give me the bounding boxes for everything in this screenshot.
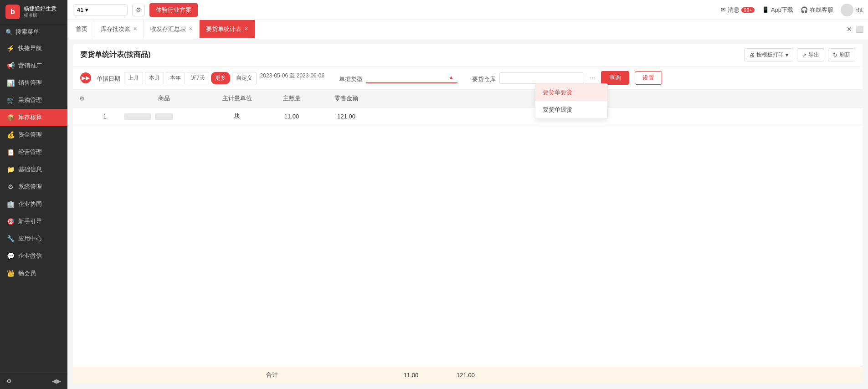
sidebar-settings-icon[interactable]: ⚙ <box>6 378 12 384</box>
date-filter-group: 单据日期 上月 本月 本年 近7天 更多 自定义 2023-05-06 至 20… <box>97 72 324 84</box>
sidebar-item-sales[interactable]: 📊 销售管理 <box>0 74 67 92</box>
tab-bar-actions: ✕ ⬜ <box>847 26 863 33</box>
warehouse-filter-group: 要货仓库 ··· <box>472 72 596 84</box>
close-window-icon[interactable]: ✕ <box>847 26 852 33</box>
user-profile[interactable]: Rit <box>841 4 863 16</box>
trial-button[interactable]: 体验行业方案 <box>149 3 198 17</box>
sidebar-item-purchase[interactable]: 🛒 采购管理 <box>0 92 67 109</box>
custom-date-btn[interactable]: 自定义 <box>232 72 257 84</box>
headset-icon: 🎧 <box>801 6 808 13</box>
tab-inventory-batch[interactable]: 库存批次账 ✕ <box>94 20 144 38</box>
sales-icon: 📊 <box>6 79 15 87</box>
online-service-action[interactable]: 🎧 在线客服 <box>801 6 833 14</box>
message-icon: ✉ <box>721 6 726 13</box>
type-filter-label: 单据类型 <box>339 72 363 83</box>
settings-filter-button[interactable]: 设置 <box>635 71 662 85</box>
export-button[interactable]: ↗ 导出 <box>797 48 824 61</box>
this-month-btn[interactable]: 本月 <box>145 72 164 84</box>
expand-filter-button[interactable]: ▶▶ <box>80 72 91 83</box>
tab-collect-summary[interactable]: 收发存汇总表 ✕ <box>144 20 200 38</box>
warehouse-filter-label: 要货仓库 <box>472 72 496 83</box>
inventory-icon: 📦 <box>6 114 15 121</box>
sidebar-search[interactable]: 🔍 搜索菜单 <box>0 24 67 40</box>
type-select-box[interactable]: ▲ <box>366 72 457 83</box>
date-filter-label: 单据日期 <box>97 72 120 83</box>
sidebar-item-label: 畅会员 <box>18 269 36 277</box>
sidebar-nav: ⚡ 快捷导航 📢 营销推广 📊 销售管理 🛒 采购管理 📦 库存核算 💰 资金管… <box>0 40 67 373</box>
app-download-action[interactable]: 📱 App下载 <box>762 6 793 14</box>
sidebar-item-label: 销售管理 <box>18 79 42 87</box>
sidebar-item-label: 快捷导航 <box>18 44 42 52</box>
basic-icon: 📁 <box>6 166 15 173</box>
warehouse-input[interactable] <box>499 72 584 84</box>
sidebar-item-finance[interactable]: 💰 资金管理 <box>0 126 67 143</box>
dropdown-item-purchase[interactable]: 要货单要货 <box>535 84 607 101</box>
user-name: Rit <box>855 6 863 13</box>
more-date-btn[interactable]: 更多 <box>211 72 230 84</box>
sidebar-item-inventory[interactable]: 📦 库存核算 <box>0 109 67 126</box>
sidebar-item-wechat[interactable]: 💬 企业微信 <box>0 247 67 265</box>
dropdown-item-return[interactable]: 要货单退货 <box>535 101 607 118</box>
tab-collect-summary-close[interactable]: ✕ <box>189 26 193 32</box>
store-selector[interactable]: 41 ▾ <box>73 4 128 15</box>
type-filter-group: 单据类型 ▲ 要货单要货 要货单退货 <box>339 72 457 83</box>
sidebar-item-label: 企业微信 <box>18 252 42 260</box>
data-table: ⚙ 商品 主计量单位 主数量 零售金额 1 <box>73 90 863 125</box>
sidebar: b 畅捷通好生意 标准版 🔍 搜索菜单 ⚡ 快捷导航 📢 营销推广 📊 销售管理… <box>0 0 67 389</box>
sidebar-item-label: 营销推广 <box>18 61 42 70</box>
operation-icon: 📋 <box>6 148 15 156</box>
query-button[interactable]: 查询 <box>601 71 629 85</box>
type-select-arrow-icon: ▲ <box>448 74 454 81</box>
row-amount-cell: 121.00 <box>319 107 374 125</box>
row-product-cell <box>118 107 210 125</box>
row-extra-cell <box>374 107 863 125</box>
expand-window-icon[interactable]: ⬜ <box>856 26 863 33</box>
sidebar-item-marketing[interactable]: 📢 营销推广 <box>0 57 67 74</box>
phone-icon: 📱 <box>762 6 769 13</box>
sidebar-item-label: 新手引导 <box>18 217 42 225</box>
row-settings-cell <box>73 107 91 125</box>
page-header: 要货单统计表(按商品) 🖨 按模板打印 ▾ ↗ 导出 ↻ 刷新 <box>73 44 863 67</box>
print-arrow-icon: ▾ <box>786 52 788 58</box>
refresh-label: 刷新 <box>839 51 850 59</box>
row-quantity-cell: 11.00 <box>264 107 319 125</box>
7days-btn[interactable]: 近7天 <box>187 72 209 84</box>
tab-order-summary-close[interactable]: ✕ <box>244 26 248 32</box>
page-card: 要货单统计表(按商品) 🖨 按模板打印 ▾ ↗ 导出 ↻ 刷新 <box>73 44 863 384</box>
col-settings[interactable]: ⚙ <box>73 90 91 107</box>
date-buttons: 上月 本月 本年 近7天 更多 自定义 <box>124 72 257 84</box>
sidebar-item-quick-nav[interactable]: ⚡ 快捷导航 <box>0 40 67 57</box>
store-number: 41 <box>77 6 83 13</box>
tab-bar: 首页 库存批次账 ✕ 收发存汇总表 ✕ 要货单统计表 ✕ ✕ ⬜ <box>67 20 868 38</box>
last-month-btn[interactable]: 上月 <box>124 72 143 84</box>
member-icon: 👑 <box>6 270 15 277</box>
sidebar-item-member[interactable]: 👑 畅会员 <box>0 265 67 282</box>
sidebar-item-operation[interactable]: 📋 经营管理 <box>0 143 67 161</box>
purchase-icon: 🛒 <box>6 97 15 104</box>
tab-home[interactable]: 首页 <box>72 20 94 38</box>
sidebar-item-system[interactable]: ⚙ 系统管理 <box>0 178 67 195</box>
export-icon: ↗ <box>802 52 806 58</box>
page-title: 要货单统计表(按商品) <box>80 50 151 60</box>
sidebar-item-label: 应用中心 <box>18 235 42 243</box>
more-filter-icon[interactable]: ··· <box>590 74 596 82</box>
sidebar-item-basic[interactable]: 📁 基础信息 <box>0 161 67 178</box>
refresh-button[interactable]: ↻ 刷新 <box>828 48 855 61</box>
this-year-btn[interactable]: 本年 <box>166 72 185 84</box>
sidebar-item-appstore[interactable]: 🔧 应用中心 <box>0 230 67 247</box>
message-action[interactable]: ✉ 消息 99+ <box>721 6 755 14</box>
sidebar-logo: b 畅捷通好生意 标准版 <box>0 0 67 24</box>
sidebar-item-label: 经营管理 <box>18 148 42 156</box>
gear-button[interactable]: ⚙ <box>132 4 145 16</box>
col-unit: 主计量单位 <box>210 90 264 107</box>
enterprise-icon: 🏢 <box>6 200 15 208</box>
sidebar-item-enterprise[interactable]: 🏢 企业协同 <box>0 195 67 213</box>
table-row: 1 块 11.00 121.00 <box>73 107 863 125</box>
print-button[interactable]: 🖨 按模板打印 ▾ <box>744 48 793 61</box>
tab-order-summary[interactable]: 要货单统计表 ✕ <box>200 20 255 38</box>
sidebar-item-label: 企业协同 <box>18 200 42 208</box>
sidebar-item-guide[interactable]: 🎯 新手引导 <box>0 213 67 230</box>
tab-inventory-batch-close[interactable]: ✕ <box>133 26 137 32</box>
sidebar-collapse-button[interactable]: ◀▶ <box>52 378 61 384</box>
filter-bar: ▶▶ 单据日期 上月 本月 本年 近7天 更多 自定义 2023-05-06 至… <box>73 67 863 90</box>
